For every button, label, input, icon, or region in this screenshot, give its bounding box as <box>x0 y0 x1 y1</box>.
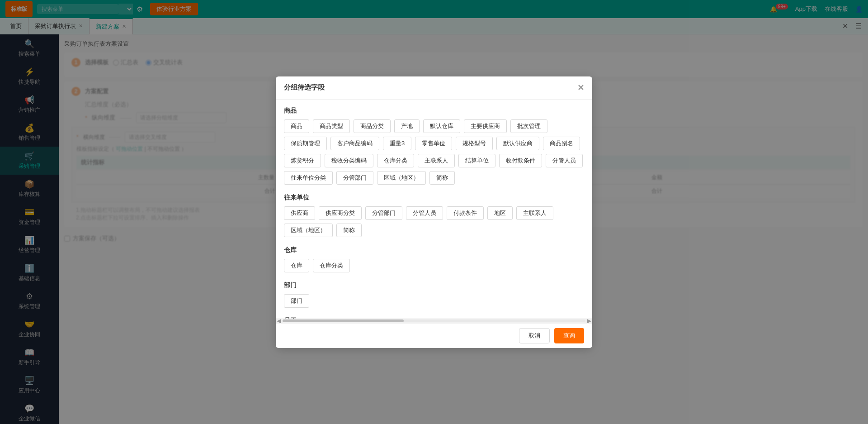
field-tag-manager[interactable]: 分管人员 <box>546 154 583 167</box>
section-warehouse-title: 仓库 <box>284 246 584 254</box>
department-field-tags: 部门 <box>284 294 584 308</box>
field-tag-warehouse[interactable]: 仓库 <box>284 259 309 272</box>
product-field-tags: 商品 商品类型 商品分类 产地 默认仓库 主要供应商 批次管理 保质期管理 客户… <box>284 119 584 185</box>
field-tag-alias[interactable]: 商品别名 <box>543 137 580 150</box>
hscroll-track[interactable] <box>283 319 585 322</box>
field-tag-main-supplier[interactable]: 主要供应商 <box>464 119 507 133</box>
section-counterpart-title: 往来单位 <box>284 194 584 202</box>
field-tag-cp-manager[interactable]: 分管人员 <box>406 206 443 220</box>
field-tag-customer-code[interactable]: 客户商品编码 <box>330 137 379 150</box>
section-department: 部门 部门 <box>284 281 584 308</box>
hscroll-thumb <box>283 319 404 322</box>
field-tag-cp-abbrev[interactable]: 简称 <box>336 224 362 237</box>
field-tag-cp-dept[interactable]: 分管部门 <box>365 206 402 220</box>
field-tag-product-type[interactable]: 商品类型 <box>313 119 350 133</box>
field-tag-settlement-unit[interactable]: 结算单位 <box>458 154 495 167</box>
field-tag-product[interactable]: 商品 <box>284 119 309 133</box>
field-tag-supplier-category[interactable]: 供应商分类 <box>319 206 362 220</box>
field-tag-dept[interactable]: 分管部门 <box>336 171 373 185</box>
modal-close-icon[interactable]: ✕ <box>577 83 584 93</box>
field-tag-default-supplier[interactable]: 默认供应商 <box>496 137 539 150</box>
field-tag-cp-contact[interactable]: 主联系人 <box>516 206 553 220</box>
field-tag-area[interactable]: 地区 <box>487 206 513 220</box>
field-tag-spec[interactable]: 规格型号 <box>456 137 493 150</box>
field-tag-weight[interactable]: 重量3 <box>383 137 411 150</box>
modal-title: 分组待选字段 <box>284 83 325 92</box>
modal-footer: 取消 查询 <box>276 323 592 348</box>
field-tag-warehouse-category[interactable]: 仓库分类 <box>377 154 414 167</box>
field-tag-payment-terms[interactable]: 收付款条件 <box>499 154 542 167</box>
modal-body[interactable]: 商品 商品 商品类型 商品分类 产地 默认仓库 主要供应商 批次管理 保质期管理… <box>276 100 592 319</box>
field-tag-warehouse-cat[interactable]: 仓库分类 <box>313 259 350 272</box>
warehouse-field-tags: 仓库 仓库分类 <box>284 259 584 272</box>
section-counterpart: 往来单位 供应商 供应商分类 分管部门 分管人员 付款条件 地区 主联系人 区域… <box>284 194 584 237</box>
field-tag-cp-region[interactable]: 区域（地区） <box>284 224 333 237</box>
field-tag-region[interactable]: 区域（地区） <box>377 171 426 185</box>
field-tag-batch[interactable]: 批次管理 <box>510 119 547 133</box>
modal-header: 分组待选字段 ✕ <box>276 76 592 100</box>
modal-confirm-button[interactable]: 查询 <box>554 328 584 343</box>
section-warehouse: 仓库 仓库 仓库分类 <box>284 246 584 272</box>
modal-cancel-button[interactable]: 取消 <box>519 328 550 343</box>
field-tag-retail-unit[interactable]: 零售单位 <box>415 137 452 150</box>
field-tag-main-contact[interactable]: 主联系人 <box>418 154 455 167</box>
field-tag-expiry[interactable]: 保质期管理 <box>284 137 327 150</box>
section-product-title: 商品 <box>284 107 584 115</box>
field-select-modal: 分组待选字段 ✕ 商品 商品 商品类型 商品分类 产地 默认仓库 主要供应商 批… <box>276 76 592 348</box>
modal-hscrollbar[interactable]: ◀ ▶ <box>276 319 592 323</box>
section-department-title: 部门 <box>284 281 584 290</box>
field-tag-abbrev[interactable]: 简称 <box>429 171 455 185</box>
field-tag-supplier[interactable]: 供应商 <box>284 206 315 220</box>
field-tag-payment-cond[interactable]: 付款条件 <box>447 206 484 220</box>
field-tag-tax-code[interactable]: 税收分类编码 <box>325 154 373 167</box>
section-product: 商品 商品 商品类型 商品分类 产地 默认仓库 主要供应商 批次管理 保质期管理… <box>284 107 584 185</box>
field-tag-product-category[interactable]: 商品分类 <box>354 119 391 133</box>
modal-overlay: 分组待选字段 ✕ 商品 商品 商品类型 商品分类 产地 默认仓库 主要供应商 批… <box>0 0 868 424</box>
field-tag-department[interactable]: 部门 <box>284 294 309 308</box>
field-tag-points[interactable]: 炼货积分 <box>284 154 321 167</box>
field-tag-counterpart-category[interactable]: 往来单位分类 <box>284 171 333 185</box>
counterpart-field-tags: 供应商 供应商分类 分管部门 分管人员 付款条件 地区 主联系人 区域（地区） … <box>284 206 584 237</box>
field-tag-default-warehouse[interactable]: 默认仓库 <box>423 119 460 133</box>
field-tag-origin[interactable]: 产地 <box>394 119 420 133</box>
